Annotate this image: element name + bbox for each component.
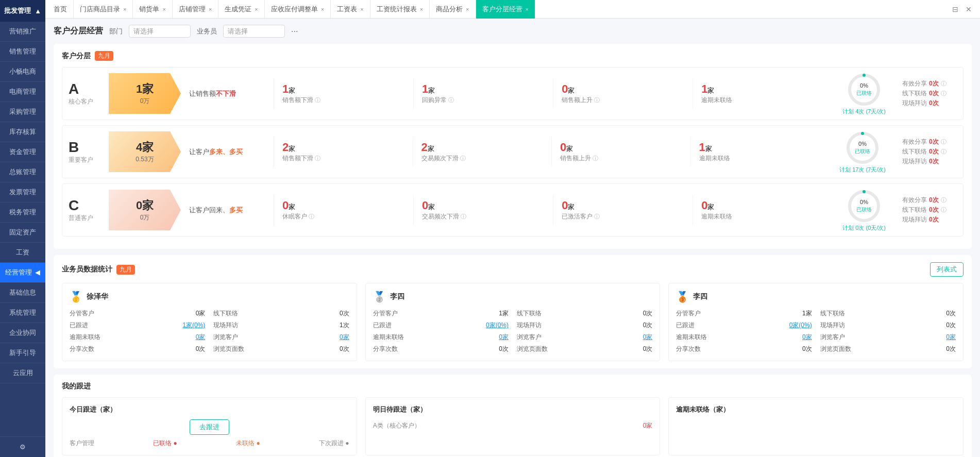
tab-home[interactable]: 首页 [47, 0, 74, 19]
tab-store-manage[interactable]: 店铺管理 × [173, 0, 218, 19]
tier-b-stats: 2家 销售额下滑 ⓘ 2家 交易频次下滑 ⓘ 0家 销售额上升 ⓘ 1家 逾期未… [274, 132, 829, 171]
tier-c-count: 0家 0万 [109, 190, 181, 230]
tab-close-icon[interactable]: × [420, 6, 423, 12]
tier-a-suggestion: 让销售额不下滑 [181, 85, 274, 103]
sidebar-item-label: 企业协同 [9, 329, 36, 336]
tab-close-icon[interactable]: × [466, 6, 469, 12]
tab-payroll-table[interactable]: 工资表 × [331, 0, 370, 19]
sidebar-item-finance[interactable]: 资金管理 [0, 142, 45, 162]
sidebar-item-inventory[interactable]: 库存核算 [0, 122, 45, 142]
page-title: 客户分层经营 [54, 26, 103, 37]
salesman-stat-item: 分管客户 0家 [70, 309, 205, 318]
tab-close-icon[interactable]: × [255, 6, 258, 12]
salesman-filter-label: 业务员 [197, 27, 217, 36]
svg-text:已联络: 已联络 [855, 148, 870, 154]
salesman-filter-select[interactable]: 请选择 [223, 25, 285, 38]
tab-payroll-report[interactable]: 工资统计报表 × [370, 0, 430, 19]
sidebar-item-ecommerce-small[interactable]: 小畅电商 [0, 62, 45, 82]
tab-voucher[interactable]: 生成凭证 × [218, 0, 264, 19]
tab-close-icon[interactable]: × [526, 6, 529, 12]
sidebar-item-label: 库存核算 [9, 128, 36, 136]
tier-c-plan[interactable]: 计划 0次 (0天/次) [842, 224, 886, 232]
salesman-stat-item: 分管客户 1家 [676, 309, 812, 318]
tab-product-analysis[interactable]: 商品分析 × [430, 0, 476, 19]
tier-a-side-stats: 有效分享 0次 ⓘ 线下联络 0次 ⓘ 现场拜访 0次 [896, 75, 963, 112]
tier-b-suggestion: 让客户多来、多买 [181, 143, 274, 161]
tier-c-side-stats: 有效分享 0次 ⓘ 线下联络 0次 ⓘ 现场拜访 0次 [896, 192, 963, 228]
tier-c-stat-3: 0家 已激活客户 ⓘ [553, 195, 693, 225]
goto-followup-button[interactable]: 去跟进 [190, 419, 229, 435]
sidebar-item-management[interactable]: 经营管理 ◀ [0, 263, 45, 283]
sidebar-item-label: 销售管理 [9, 47, 36, 55]
svg-text:已联络: 已联络 [856, 207, 872, 212]
sidebar-settings-button[interactable]: ⚙ [0, 436, 45, 457]
salesman-section-badge: 九月 [116, 265, 135, 275]
sidebar-item-tax[interactable]: 税务管理 [0, 202, 45, 223]
sidebar-item-label: 固定资产 [9, 228, 36, 236]
tier-a-stat-3: 0家 销售额上升 ⓘ [553, 78, 693, 109]
sidebar-item-payroll[interactable]: 工资 [0, 243, 45, 263]
customer-tier-title: 客户分层 [62, 52, 91, 61]
tab-store-products[interactable]: 门店商品目录 × [74, 0, 133, 19]
salesman-stat-item: 分管客户 1家 [373, 309, 509, 318]
tier-a-stat-4: 1家 逾期未联络 [693, 78, 832, 109]
tier-row-b: B 重要客户 4家 0.53万 让客户多来、多买 2家 销售额下滑 ⓘ [62, 125, 964, 178]
tier-a-circle-svg: 0% 已联络 [846, 72, 882, 108]
tab-prev-button[interactable]: ⊟ [950, 4, 960, 14]
tab-close-icon[interactable]: × [209, 6, 212, 12]
svg-point-4 [848, 133, 877, 162]
salesman-stat-item: 线下联络 0次 [213, 309, 349, 318]
sidebar-item-ecommerce[interactable]: 电商管理 [0, 82, 45, 102]
svg-point-8 [850, 192, 878, 221]
my-followup-section: 我的跟进 今日跟进（家） 去跟进 客户管理 已联络 ● 未联络 ● 下次跟进 ● [54, 375, 972, 457]
sidebar-item-system[interactable]: 系统管理 [0, 303, 45, 323]
sidebar-item-guide[interactable]: 新手引导 [0, 343, 45, 363]
salesman-name-1: 李四 [390, 292, 404, 301]
sidebar-item-invoice[interactable]: 发票管理 [0, 182, 45, 202]
tab-ar-ap[interactable]: 应收应付调整单 × [265, 0, 331, 19]
tab-close-icon[interactable]: × [360, 6, 363, 12]
list-view-button[interactable]: 列表式 [930, 262, 964, 277]
tier-b-plan[interactable]: 计划 17次 (7天/次) [839, 166, 886, 174]
sidebar-item-ledger[interactable]: 总账管理 [0, 162, 45, 182]
filter-more-icon[interactable]: ··· [291, 27, 298, 36]
main-area: 首页 门店商品目录 × 销货单 × 店铺管理 × 生成凭证 × 应收应付调整单 … [45, 0, 980, 457]
sidebar-title: 批发管理 [4, 6, 31, 15]
salesman-stat-item: 浏览页面数 0次 [517, 345, 652, 353]
salesman-stat-item: 浏览客户 0家 [517, 333, 652, 342]
sidebar-item-sales[interactable]: 销售管理 [0, 42, 45, 62]
page-content: 客户分层经营 部门 请选择 业务员 请选择 ··· 客户分层 九月 [45, 19, 980, 457]
tab-customer-tier[interactable]: 客户分层经营 × [476, 0, 535, 19]
salesman-name-2: 李四 [693, 292, 707, 301]
dept-filter-select[interactable]: 请选择 [129, 25, 191, 38]
sidebar-item-marketing[interactable]: 营销推广 [0, 22, 45, 42]
sidebar-item-label: 工资 [16, 248, 29, 256]
salesman-stats-2: 分管客户 1家 线下联络 0次 已跟进 0家(0%) 现场拜访 [676, 309, 956, 353]
sidebar-item-fixed-assets[interactable]: 固定资产 [0, 223, 45, 243]
sidebar-item-label: 云应用 [13, 369, 33, 377]
tab-close-icon[interactable]: × [321, 6, 324, 12]
sidebar-header[interactable]: 批发管理 ▲ [0, 0, 45, 22]
tier-a-plan[interactable]: 计划 4次 (7天/次) [842, 108, 886, 115]
sidebar-item-label: 系统管理 [9, 309, 36, 316]
salesman-stat-item: 逾期未联络 0家 [676, 333, 812, 342]
salesman-stat-item: 逾期未联络 0家 [70, 333, 205, 342]
tier-a-stat-1: 1家 销售额下滑 ⓘ [274, 78, 414, 109]
sidebar-item-cloud[interactable]: 云应用 [0, 363, 45, 383]
tab-sales-order[interactable]: 销货单 × [133, 0, 172, 19]
salesman-section-action: 列表式 [930, 262, 964, 277]
salesman-card-0: 🥇 徐泽华 分管客户 0家 线下联络 0次 已跟进 [62, 283, 357, 361]
page-header: 客户分层经营 部门 请选择 业务员 请选择 ··· [54, 25, 972, 38]
followup-card-overdue: 逾期未联络（家） [668, 397, 964, 455]
tier-b-stat-3: 0家 销售额上升 ⓘ [552, 137, 691, 167]
sidebar-item-purchase[interactable]: 采购管理 [0, 102, 45, 122]
sidebar-collapse-icon[interactable]: ▲ [35, 7, 41, 15]
sidebar-item-collaboration[interactable]: 企业协同 [0, 323, 45, 343]
tab-close-all-button[interactable]: ✕ [964, 4, 974, 14]
sidebar-item-basic-info[interactable]: 基础信息 [0, 283, 45, 303]
tier-a-stats: 1家 销售额下滑 ⓘ 1家 回购异常 ⓘ 0家 销售额上升 ⓘ 1家 逾期未联络 [274, 74, 832, 113]
followup-today-rows: 客户管理 已联络 ● 未联络 ● 下次跟进 ● [70, 439, 349, 448]
tab-close-icon[interactable]: × [123, 6, 126, 12]
salesman-stat-item: 逾期未联络 0家 [373, 333, 509, 342]
tab-close-icon[interactable]: × [162, 6, 165, 12]
